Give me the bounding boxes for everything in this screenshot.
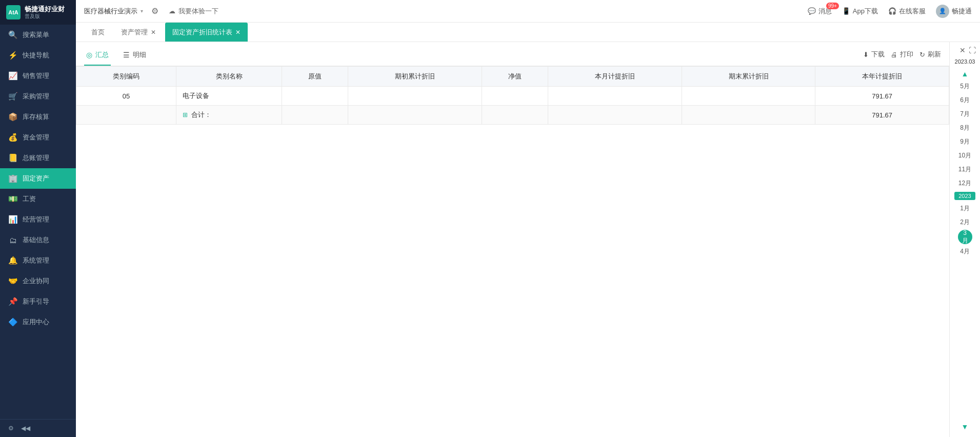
sales-icon: 📈 bbox=[8, 71, 17, 81]
sidebar-item-purchase[interactable]: 🛒 采购管理 bbox=[0, 86, 76, 107]
sidebar-item-label: 固定资产 bbox=[23, 174, 49, 183]
purchase-icon: 🛒 bbox=[8, 92, 17, 101]
app-logo: AtA 畅捷通好业财 普及版 bbox=[0, 0, 76, 25]
sidebar-item-label: 资金管理 bbox=[23, 133, 49, 142]
online-service-button[interactable]: 🎧 在线客服 bbox=[888, 7, 926, 16]
tab-home-label: 首页 bbox=[91, 28, 105, 37]
sidebar-item-search[interactable]: 🔍 搜索菜单 bbox=[0, 25, 76, 45]
tab-asset-label: 资产管理 bbox=[121, 28, 148, 37]
tab-depreciation-label: 固定资产折旧统计表 bbox=[172, 28, 232, 37]
sidebar-item-label: 基础信息 bbox=[23, 235, 49, 245]
period-8[interactable]: 8月 bbox=[951, 122, 978, 134]
period-9[interactable]: 9月 bbox=[951, 135, 978, 148]
sidebar-item-app-center[interactable]: 🔷 应用中心 bbox=[0, 312, 76, 332]
sidebar-item-label: 销售管理 bbox=[23, 71, 49, 81]
sidebar-item-inventory[interactable]: 📦 库存核算 bbox=[0, 107, 76, 127]
cell-code: 05 bbox=[76, 87, 176, 106]
col-annual: 本年计提折旧 bbox=[815, 67, 949, 87]
tab-asset-management[interactable]: 资产管理 ✕ bbox=[114, 23, 163, 42]
sidebar-item-quicknav[interactable]: ⚡ 快捷导航 bbox=[0, 45, 76, 66]
total-icon: ⊞ bbox=[183, 111, 188, 118]
sidebar-settings-icon[interactable]: ⚙ bbox=[8, 425, 14, 432]
sidebar-item-enterprise[interactable]: 🤝 企业协同 bbox=[0, 271, 76, 291]
total-monthly bbox=[548, 106, 682, 125]
inventory-icon: 📦 bbox=[8, 112, 17, 122]
sidebar-item-operations[interactable]: 📊 经营管理 bbox=[0, 209, 76, 230]
experience-text: 我要体验一下 bbox=[178, 7, 218, 16]
tab-home[interactable]: 首页 bbox=[84, 23, 112, 42]
period-5[interactable]: 5月 bbox=[951, 80, 978, 93]
refresh-button[interactable]: ↻ 刷新 bbox=[919, 50, 941, 59]
page-content: ◎ 汇总 ☰ 明细 ⬇ 下载 🖨 打印 bbox=[76, 42, 949, 437]
company-dropdown-icon: ▾ bbox=[141, 8, 143, 14]
total-row: ⊞ 合计： 791.67 bbox=[76, 106, 949, 125]
sidebar-item-sales[interactable]: 📈 销售管理 bbox=[0, 66, 76, 86]
total-original bbox=[282, 106, 348, 125]
period-4[interactable]: 4月 bbox=[951, 245, 978, 258]
period-7[interactable]: 7月 bbox=[951, 108, 978, 121]
sub-tab-detail[interactable]: ☰ 明细 bbox=[121, 47, 148, 66]
topbar-right: 💬 消息 99+ 📱 App下载 🎧 在线客服 👤 畅捷通 bbox=[808, 5, 972, 18]
company-selector[interactable]: 医疗器械行业演示 ▾ bbox=[84, 7, 143, 16]
message-button[interactable]: 💬 消息 99+ bbox=[808, 7, 832, 16]
sub-tab-summary-label: 汇总 bbox=[95, 50, 109, 59]
message-badge: 99+ bbox=[826, 3, 839, 9]
year-2023-label: 2023 bbox=[954, 192, 975, 200]
sidebar-item-ledger[interactable]: 📒 总账管理 bbox=[0, 148, 76, 168]
col-name: 类别名称 bbox=[176, 67, 282, 87]
cell-annual: 791.67 bbox=[815, 87, 949, 106]
download-button[interactable]: ⬇ 下载 bbox=[863, 50, 885, 59]
app-download-icon: 📱 bbox=[842, 7, 850, 15]
cell-name: 电子设备 bbox=[176, 87, 282, 106]
refresh-icon: ↻ bbox=[919, 51, 925, 58]
sub-tab-summary[interactable]: ◎ 汇总 bbox=[84, 47, 111, 66]
period-11[interactable]: 11月 bbox=[951, 163, 978, 176]
user-menu[interactable]: 👤 畅捷通 bbox=[936, 5, 972, 18]
sidebar-collapse-button[interactable]: ◀◀ bbox=[21, 425, 30, 432]
period-down-button[interactable]: ▼ bbox=[959, 421, 971, 433]
experience-button[interactable]: ☁ 我要体验一下 bbox=[169, 7, 218, 16]
sidebar-item-basic-info[interactable]: 🗂 基础信息 bbox=[0, 230, 76, 250]
period-10[interactable]: 10月 bbox=[951, 149, 978, 162]
sidebar-item-system[interactable]: 🔔 系统管理 bbox=[0, 250, 76, 271]
sidebar-item-payroll[interactable]: 💵 工资 bbox=[0, 189, 76, 209]
right-panel-header: ✕ ⛶ bbox=[950, 46, 980, 57]
refresh-label: 刷新 bbox=[928, 50, 941, 59]
tab-depreciation-table[interactable]: 固定资产折旧统计表 ✕ bbox=[165, 23, 248, 42]
settings-icon[interactable]: ⚙ bbox=[151, 6, 158, 16]
main-area: 医疗器械行业演示 ▾ ⚙ ☁ 我要体验一下 💬 消息 99+ 📱 App下载 🎧… bbox=[76, 0, 980, 437]
period-up-button[interactable]: ▲ bbox=[959, 68, 971, 80]
tab-depreciation-close[interactable]: ✕ bbox=[235, 29, 241, 36]
sidebar-menu: 🔍 搜索菜单 ⚡ 快捷导航 📈 销售管理 🛒 采购管理 📦 库存核算 💰 资金管… bbox=[0, 25, 76, 419]
avatar: 👤 bbox=[936, 5, 949, 18]
detail-icon: ☰ bbox=[123, 51, 130, 59]
app-download-button[interactable]: 📱 App下载 bbox=[842, 7, 878, 16]
sub-tab-detail-label: 明细 bbox=[133, 50, 146, 59]
period-6[interactable]: 6月 bbox=[951, 94, 978, 107]
sidebar-item-fixed-assets[interactable]: 🏢 固定资产 bbox=[0, 168, 76, 189]
sub-tabs: ◎ 汇总 ☰ 明细 ⬇ 下载 🖨 打印 bbox=[76, 42, 949, 66]
period-2[interactable]: 2月 bbox=[951, 216, 978, 229]
period-1[interactable]: 1月 bbox=[951, 202, 978, 215]
period-3[interactable]: 3月 bbox=[958, 230, 972, 244]
total-net bbox=[482, 106, 548, 125]
sidebar-item-guide[interactable]: 📌 新手引导 bbox=[0, 291, 76, 312]
sidebar-item-finance[interactable]: 💰 资金管理 bbox=[0, 127, 76, 148]
close-panel-icon[interactable]: ✕ bbox=[959, 46, 966, 54]
total-acc-end bbox=[682, 106, 815, 125]
cell-acc-begin bbox=[348, 87, 482, 106]
print-button[interactable]: 🖨 打印 bbox=[891, 50, 913, 59]
basic-info-icon: 🗂 bbox=[8, 236, 17, 245]
expand-panel-icon[interactable]: ⛶ bbox=[969, 46, 976, 54]
cell-net bbox=[482, 87, 548, 106]
sidebar-item-label: 企业协同 bbox=[23, 276, 49, 286]
quicknav-icon: ⚡ bbox=[8, 51, 17, 60]
col-acc-end: 期末累计折旧 bbox=[682, 67, 815, 87]
sidebar-item-label: 系统管理 bbox=[23, 256, 49, 265]
total-empty bbox=[76, 106, 176, 125]
period-12[interactable]: 12月 bbox=[951, 177, 978, 190]
col-net: 净值 bbox=[482, 67, 548, 87]
sidebar-item-label: 总账管理 bbox=[23, 153, 49, 163]
tab-asset-close[interactable]: ✕ bbox=[151, 29, 156, 36]
search-icon: 🔍 bbox=[8, 30, 17, 39]
